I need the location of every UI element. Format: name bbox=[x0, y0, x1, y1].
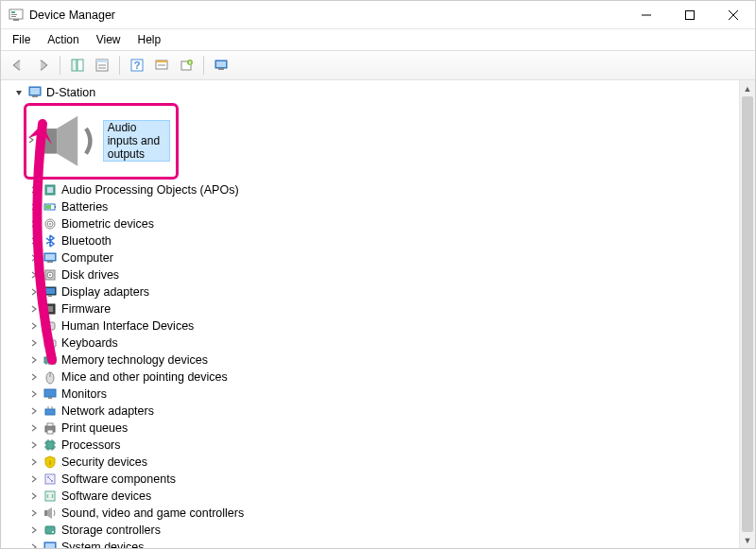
menu-action[interactable]: Action bbox=[40, 31, 86, 48]
show-hide-tree-button[interactable] bbox=[66, 54, 89, 77]
scroll-down-button[interactable]: ▼ bbox=[740, 532, 755, 548]
device-tree[interactable]: D-Station Audio inputs and outputsAudio … bbox=[1, 80, 739, 548]
chevron-right-icon[interactable] bbox=[26, 134, 36, 147]
chevron-right-icon[interactable] bbox=[27, 319, 41, 333]
svg-rect-10 bbox=[77, 60, 83, 71]
menu-file[interactable]: File bbox=[5, 31, 38, 48]
chevron-right-icon[interactable] bbox=[27, 285, 41, 299]
chevron-down-icon[interactable] bbox=[12, 86, 26, 99]
chevron-right-icon[interactable] bbox=[27, 200, 41, 214]
svg-rect-18 bbox=[156, 60, 167, 62]
device-category-row[interactable]: Firmware bbox=[9, 300, 739, 317]
device-category-row[interactable]: Mice and other pointing devices bbox=[9, 369, 739, 386]
chevron-right-icon[interactable] bbox=[27, 387, 41, 401]
device-category-row[interactable]: Software devices bbox=[9, 488, 739, 505]
svg-rect-3 bbox=[11, 16, 16, 17]
chevron-right-icon[interactable] bbox=[27, 472, 41, 486]
device-category-row[interactable]: Keyboards bbox=[9, 335, 739, 352]
chevron-right-icon[interactable] bbox=[27, 336, 41, 350]
svg-point-36 bbox=[49, 223, 51, 225]
system-icon bbox=[43, 540, 58, 548]
chevron-right-icon[interactable] bbox=[27, 268, 41, 282]
scan-button[interactable] bbox=[150, 54, 173, 77]
update-driver-button[interactable] bbox=[175, 54, 198, 77]
device-label: Print queues bbox=[61, 421, 128, 435]
keyboard-icon bbox=[43, 335, 58, 351]
scroll-thumb[interactable] bbox=[742, 96, 753, 532]
device-label: Display adapters bbox=[61, 285, 149, 299]
chevron-right-icon[interactable] bbox=[27, 234, 41, 248]
device-label: Keyboards bbox=[61, 336, 118, 350]
device-view-button[interactable] bbox=[210, 54, 232, 77]
chevron-right-icon[interactable] bbox=[27, 217, 41, 231]
highlighted-device-row[interactable]: Audio inputs and outputs bbox=[24, 103, 179, 180]
menu-view[interactable]: View bbox=[89, 31, 129, 48]
monitor-icon bbox=[43, 386, 58, 402]
chevron-right-icon[interactable] bbox=[27, 540, 41, 548]
device-category-row[interactable]: Audio Processing Objects (APOs) bbox=[9, 181, 739, 198]
device-category-row[interactable]: System devices bbox=[9, 539, 739, 548]
help-button[interactable]: ? bbox=[126, 54, 148, 77]
svg-rect-27 bbox=[32, 95, 38, 97]
back-button[interactable] bbox=[7, 54, 29, 77]
chevron-right-icon[interactable] bbox=[27, 506, 41, 520]
root-node[interactable]: D-Station bbox=[9, 84, 739, 101]
device-category-row[interactable]: Batteries bbox=[9, 198, 739, 215]
speaker-icon bbox=[36, 108, 103, 175]
chevron-right-icon[interactable] bbox=[27, 251, 41, 265]
device-category-row[interactable]: Disk drives bbox=[9, 266, 739, 283]
vertical-scrollbar[interactable]: ▲ ▼ bbox=[739, 80, 755, 548]
device-category-row[interactable]: Sound, video and game controllers bbox=[9, 505, 739, 522]
device-category-row[interactable]: Print queues bbox=[9, 420, 739, 437]
menu-help[interactable]: Help bbox=[130, 31, 169, 48]
device-category-row[interactable]: Memory technology devices bbox=[9, 352, 739, 369]
device-category-row[interactable]: Monitors bbox=[9, 386, 739, 403]
device-category-row[interactable]: Bluetooth bbox=[9, 232, 739, 249]
chevron-right-icon[interactable] bbox=[27, 489, 41, 503]
device-category-row[interactable]: Biometric devices bbox=[9, 215, 739, 232]
mouse-icon bbox=[43, 369, 58, 385]
toolbar-sep-2 bbox=[119, 56, 120, 75]
svg-point-86 bbox=[52, 531, 54, 533]
fingerprint-icon bbox=[43, 216, 58, 232]
close-button[interactable] bbox=[712, 1, 755, 28]
hid-icon bbox=[43, 318, 58, 334]
svg-rect-47 bbox=[47, 306, 53, 312]
device-category-row[interactable]: Security devices bbox=[9, 454, 739, 471]
device-category-row[interactable]: Processors bbox=[9, 437, 739, 454]
device-label: Network adapters bbox=[61, 404, 154, 418]
window-title: Device Manager bbox=[29, 9, 625, 22]
chevron-right-icon[interactable] bbox=[27, 370, 41, 384]
chevron-right-icon[interactable] bbox=[27, 183, 41, 197]
device-category-row[interactable]: Computer bbox=[9, 249, 739, 266]
chevron-right-icon[interactable] bbox=[27, 302, 41, 316]
svg-rect-62 bbox=[45, 409, 55, 415]
scroll-up-button[interactable]: ▲ bbox=[740, 80, 755, 96]
chevron-right-icon[interactable] bbox=[27, 438, 41, 452]
device-label: Mice and other pointing devices bbox=[61, 370, 228, 384]
svg-rect-28 bbox=[44, 129, 57, 154]
chevron-right-icon[interactable] bbox=[27, 421, 41, 435]
device-category-row[interactable]: Human Interface Devices bbox=[9, 317, 739, 335]
disk-icon bbox=[43, 267, 58, 283]
svg-rect-2 bbox=[11, 14, 17, 15]
forward-button[interactable] bbox=[31, 54, 54, 77]
chevron-right-icon[interactable] bbox=[27, 523, 41, 537]
battery-icon bbox=[43, 199, 58, 214]
chevron-right-icon[interactable] bbox=[27, 455, 41, 469]
device-category-row[interactable]: Software components bbox=[9, 471, 739, 488]
maximize-button[interactable] bbox=[668, 1, 712, 28]
device-label: Processors bbox=[61, 438, 121, 452]
chevron-right-icon[interactable] bbox=[27, 404, 41, 418]
minimize-button[interactable] bbox=[625, 1, 668, 28]
device-category-row[interactable]: Storage controllers bbox=[9, 522, 739, 539]
chevron-right-icon[interactable] bbox=[27, 353, 41, 367]
device-label: Batteries bbox=[61, 200, 108, 214]
computer-icon bbox=[27, 85, 43, 100]
device-category-row[interactable]: Network adapters bbox=[9, 403, 739, 420]
device-category-row[interactable]: Display adapters bbox=[9, 283, 739, 300]
svg-rect-60 bbox=[44, 389, 56, 397]
svg-rect-61 bbox=[48, 397, 52, 399]
properties-button[interactable] bbox=[91, 54, 113, 77]
toolbar-sep bbox=[60, 56, 60, 75]
